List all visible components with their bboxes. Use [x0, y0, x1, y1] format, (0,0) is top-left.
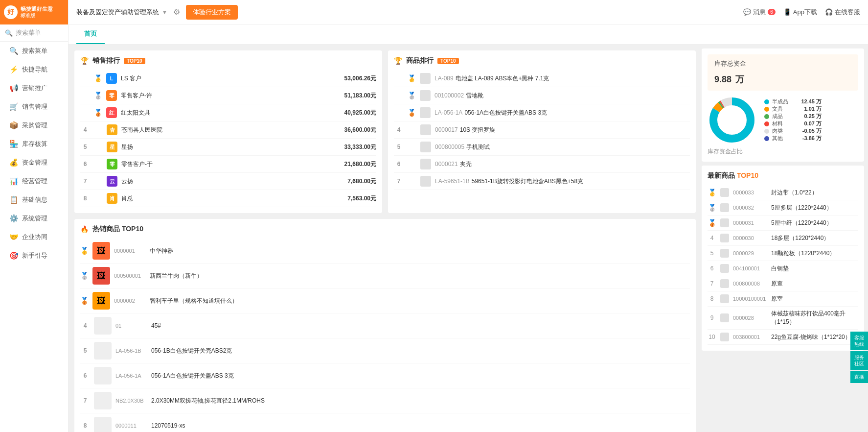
product-thumb — [420, 90, 431, 101]
list-item: 🥇 0000033 封边带（1.0*22） — [708, 185, 858, 200]
list-item: 10 003800001 22g鱼豆腐-烧烤味（1*12*20） — [708, 330, 858, 345]
content-area: 🏆 销售排行 TOP10 🥇 L LS 客户 53,006.26元 🥈 零 零售… — [69, 45, 868, 432]
product-placeholder — [94, 342, 112, 360]
logo-icon: 好 — [4, 5, 18, 19]
product-rank-title: 🏆 商品排行 TOP10 — [394, 56, 690, 65]
table-row: 4 杏 苍南县人民医院 36,600.00元 — [80, 121, 376, 139]
list-item: 🥉 🖼 0000002 智利车子里（规格不知道填什么） — [80, 288, 690, 313]
experience-btn[interactable]: 体验行业方案 — [186, 5, 238, 20]
newest-product-thumb — [720, 249, 729, 258]
nav-icon-search: 🔍 — [9, 47, 18, 55]
hot-products-label: 热销商品 TOP10 — [92, 225, 143, 234]
legend-dot — [764, 99, 769, 104]
table-row: 7 云 云扬 7,680.00元 — [80, 173, 376, 190]
online-service-label: 在线客服 — [835, 8, 860, 17]
float-btn-community[interactable]: 服务社区 — [850, 351, 868, 370]
rank-section: 🏆 销售排行 TOP10 🥇 L LS 客户 53,006.26元 🥈 零 零售… — [74, 50, 696, 213]
list-item: 4 0000030 18多层（1220*2440） — [708, 231, 858, 246]
online-service-btn[interactable]: 🎧 在线客服 — [825, 8, 860, 17]
donut-chart-container: 半成品 12.45 万 文具 1.01 万 成品 0.25 万 材料 0.07 … — [708, 96, 858, 144]
product-info: 001000002雪地靴 — [434, 92, 690, 100]
customer-avatar: L — [106, 73, 117, 84]
nav-label-finance: 资金管理 — [22, 158, 47, 167]
search-icon: 🔍 — [5, 29, 13, 37]
app-download-btn[interactable]: 📱 App下载 — [783, 8, 817, 17]
rank-number: 5 — [708, 250, 716, 257]
product-code: 01 — [115, 323, 147, 329]
table-row: 8 肖 肖总 7,563.00元 — [80, 190, 376, 207]
newest-product-thumb — [720, 188, 729, 197]
page-tabs: 首页 — [69, 24, 868, 45]
sidebar-item-basic[interactable]: 📋基础信息 — [0, 191, 68, 209]
table-row: 🥇 LA-089电池盖 LA-089 ABS本色+黑种 7.1克 — [394, 70, 690, 87]
nav-icon-system: ⚙️ — [9, 214, 18, 223]
newest-top10-badge: TOP10 — [737, 171, 758, 179]
medal-icon: 🥈 — [708, 204, 716, 212]
nav-icon-inventory: 🏪 — [9, 140, 18, 148]
sidebar-item-marketing[interactable]: 📢营销推广 — [0, 79, 68, 97]
topbar-right: 💬 消息 6 📱 App下载 🎧 在线客服 — [743, 8, 860, 17]
app-logo: 好 畅捷通好生意 标准版 — [0, 0, 68, 24]
product-code: NB2.0X30B — [115, 398, 147, 404]
product-rank-label: 商品排行 — [406, 56, 434, 65]
search-menu[interactable]: 🔍 搜索菜单 — [0, 24, 68, 42]
tab-home[interactable]: 首页 — [76, 24, 105, 44]
sidebar-item-sales[interactable]: 🛒销售管理 — [0, 97, 68, 116]
float-buttons: 客服热线 服务社区 直播 — [850, 332, 868, 383]
medal-icon: 🥈 — [80, 272, 89, 280]
sidebar-item-guide[interactable]: 🎯新手引导 — [0, 246, 68, 265]
newest-name: 5厘中纤（1220*2440） — [771, 219, 858, 227]
medal-icon: 🥈 — [94, 92, 102, 99]
newest-code: 0000033 — [733, 190, 767, 195]
trophy-icon: 🏆 — [80, 57, 89, 65]
sidebar-item-purchase[interactable]: 📦采购管理 — [0, 116, 68, 135]
legend-value: -3.86 万 — [797, 135, 822, 142]
customer-name: 肖总 — [121, 194, 343, 203]
newest-name: 22g鱼豆腐-烧烤味（1*12*20） — [771, 333, 858, 341]
sidebar-item-finance[interactable]: 💰资金管理 — [0, 153, 68, 172]
newest-product-thumb — [720, 279, 729, 288]
float-btn-live[interactable]: 直播 — [850, 371, 868, 383]
customer-avatar: 零 — [106, 90, 117, 101]
nav-label-search: 搜索菜单 — [22, 47, 47, 55]
sidebar-item-quick[interactable]: ⚡快捷导航 — [0, 60, 68, 79]
message-btn[interactable]: 💬 消息 6 — [743, 8, 776, 17]
rank-number: 7 — [394, 178, 404, 185]
product-code: 0000002 — [114, 298, 146, 304]
nav-icon-basic: 📋 — [9, 195, 18, 204]
system-selector[interactable]: 装备及固定资产辅助管理系统 ▼ — [76, 8, 167, 17]
list-item: 5 LA-056-1B 056-1B白色按键开关壳ABS2克 — [80, 338, 690, 363]
list-item: 🥉 0000031 5厘中纤（1220*2440） — [708, 216, 858, 231]
customer-amount: 40,925.00元 — [344, 109, 376, 117]
rank-number: 7 — [80, 397, 90, 404]
inventory-ratio-label: 库存资金占比 — [708, 147, 858, 156]
legend-value: 12.45 万 — [797, 98, 822, 105]
table-row: 🥉 红 红太阳文具 40,925.00元 — [80, 104, 376, 121]
medal-icon: 🥇 — [408, 74, 416, 82]
rank-number: 6 — [394, 161, 404, 168]
system-name: 装备及固定资产辅助管理系统 — [76, 8, 159, 17]
newest-product-thumb — [720, 294, 729, 303]
settings-icon[interactable]: ⚙ — [173, 7, 180, 17]
customer-avatar: 肖 — [107, 193, 117, 204]
rank-number: 4 — [394, 126, 404, 133]
legend-name: 材料 — [772, 120, 794, 127]
sidebar-item-search[interactable]: 🔍搜索菜单 — [0, 42, 68, 60]
sidebar-item-operation[interactable]: 📊经营管理 — [0, 172, 68, 191]
customer-amount: 36,600.00元 — [344, 126, 376, 134]
customer-avatar: 星 — [107, 142, 117, 152]
donut-chart — [708, 96, 756, 144]
customer-avatar: 零 — [107, 159, 117, 169]
newest-code: 004100001 — [733, 265, 767, 271]
donut-legend: 半成品 12.45 万 文具 1.01 万 成品 0.25 万 材料 0.07 … — [764, 98, 822, 142]
hot-products-title: 🔥 热销商品 TOP10 — [80, 225, 690, 234]
sidebar-item-enterprise[interactable]: 🤝企业协同 — [0, 228, 68, 246]
sidebar-item-inventory[interactable]: 🏪库存核算 — [0, 135, 68, 153]
product-rank-card: 🏆 商品排行 TOP10 🥇 LA-089电池盖 LA-089 ABS本色+黑种… — [388, 50, 696, 213]
newest-code: 0000029 — [733, 250, 767, 256]
product-info: LA-089电池盖 LA-089 ABS本色+黑种 7.1克 — [434, 74, 690, 83]
logo-text: 畅捷通好生意 — [21, 5, 53, 12]
sidebar-item-system[interactable]: ⚙️系统管理 — [0, 209, 68, 228]
float-btn-service[interactable]: 客服热线 — [850, 332, 868, 350]
legend-value: 0.07 万 — [797, 120, 822, 127]
